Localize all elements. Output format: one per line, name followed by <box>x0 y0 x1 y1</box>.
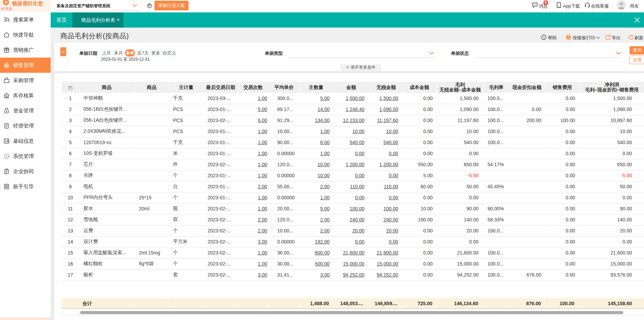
svg-text:$: $ <box>6 64 7 67</box>
svg-text:?: ? <box>543 36 545 39</box>
svg-text:新: 新 <box>6 186 8 188</box>
